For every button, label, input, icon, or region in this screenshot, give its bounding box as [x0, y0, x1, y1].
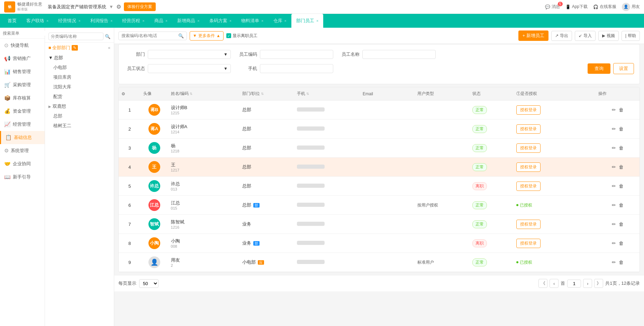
edit-button[interactable]: ✏ — [610, 240, 617, 247]
page-number-input[interactable] — [567, 280, 581, 288]
app-download-item[interactable]: 📱 App下载 — [565, 4, 588, 10]
close-icon[interactable]: × — [78, 19, 80, 23]
show-resigned-toggle[interactable]: ✓ 显示离职员工 — [226, 33, 257, 39]
phone-input[interactable] — [260, 64, 333, 73]
trial-button[interactable]: 体验行业方案 — [124, 2, 156, 11]
edit-button[interactable]: ✏ — [610, 221, 617, 228]
last-page-button[interactable]: 》 — [594, 279, 603, 288]
sidebar-item-management[interactable]: 📈 经营管理 — [0, 118, 45, 131]
close-icon[interactable]: × — [165, 19, 167, 23]
more-filter-button[interactable]: ▼ 更多条件 ▲ — [190, 31, 224, 41]
th-settings[interactable]: ⚙ — [119, 87, 140, 100]
close-icon[interactable]: × — [197, 19, 199, 23]
row-auth[interactable]: 授权登录 — [514, 158, 596, 177]
sidebar-item-purchase[interactable]: 🛒 采购管理 — [0, 78, 45, 91]
row-auth[interactable]: 授权登录 — [514, 120, 596, 139]
tab-add-goods[interactable]: 新增商品 × — [172, 14, 204, 28]
row-auth[interactable]: 授权登录 — [514, 234, 596, 253]
tree-node-ph[interactable]: 配货 — [45, 92, 114, 102]
close-icon[interactable]: × — [142, 19, 144, 23]
delete-button[interactable]: 🗑 — [617, 183, 625, 190]
delete-button[interactable]: 🗑 — [617, 202, 625, 209]
auth-login-button[interactable]: 授权登录 — [516, 220, 541, 229]
sidebar-item-quick-nav[interactable]: ⊙ 快捷导航 — [0, 39, 45, 52]
sidebar-search-box[interactable]: 🔍 — [0, 28, 45, 39]
set-button[interactable]: 设置 — [613, 63, 634, 74]
tab-warehouse[interactable]: 仓库 × — [269, 14, 291, 28]
tab-bom[interactable]: 物料清单 × — [236, 14, 268, 28]
sidebar-item-inventory[interactable]: 📦 库存核算 — [0, 91, 45, 105]
tree-search-box[interactable]: 🔍 — [45, 30, 114, 43]
auth-login-button[interactable]: 授权登录 — [516, 162, 541, 172]
sidebar-item-guide[interactable]: 📖 新手引导 — [0, 170, 45, 184]
tab-customer[interactable]: 客户联络 × — [21, 14, 53, 28]
close-icon[interactable]: × — [46, 19, 48, 23]
edit-button[interactable]: ✏ — [610, 183, 617, 190]
delete-button[interactable]: 🗑 — [617, 164, 625, 170]
message-item[interactable]: 💬 消息 5 — [545, 4, 560, 10]
row-auth[interactable]: 授权登录 — [514, 215, 596, 234]
sidebar-item-marketing[interactable]: 📢 营销推广 — [0, 52, 45, 65]
close-icon[interactable]: × — [316, 19, 318, 23]
auth-login-button[interactable]: 授权登录 — [516, 143, 541, 153]
emp-code-input[interactable] — [260, 50, 333, 59]
add-employee-button[interactable]: + 新增员工 — [518, 30, 548, 41]
dropdown-icon[interactable]: ▼ — [109, 4, 114, 9]
close-icon[interactable]: × — [110, 19, 112, 23]
online-service-item[interactable]: 🎧 在线客服 — [593, 4, 616, 10]
tree-collapse-icon[interactable]: « — [108, 45, 110, 50]
first-page-button[interactable]: 《 — [538, 279, 547, 288]
search-input[interactable] — [121, 33, 177, 38]
help-button[interactable]: | 帮助 — [622, 31, 640, 41]
auth-login-button[interactable]: 授权登录 — [516, 182, 541, 191]
settings-cog-icon[interactable]: ⚙ — [121, 91, 125, 96]
close-icon[interactable]: × — [229, 19, 232, 23]
tab-barcode[interactable]: 条码方案 × — [205, 14, 236, 28]
tab-goods[interactable]: 商品 × — [149, 14, 172, 28]
search-submit-icon[interactable]: 🔍 — [178, 33, 184, 38]
tab-operation[interactable]: 经营情况 × — [53, 14, 85, 28]
row-auth[interactable]: 授权登录 — [514, 177, 596, 196]
row-auth[interactable]: 授权登录 — [514, 139, 596, 158]
th-name[interactable]: 姓名/编码 ⇅ — [168, 87, 239, 100]
delete-button[interactable]: 🗑 — [617, 125, 625, 132]
tree-search-input[interactable] — [48, 33, 103, 40]
sidebar-item-finance[interactable]: 💰 资金管理 — [0, 105, 45, 118]
sidebar-item-sales[interactable]: 📊 销售管理 — [0, 65, 45, 78]
tree-edit-icon[interactable]: ✎ — [72, 45, 78, 51]
close-icon[interactable]: × — [261, 19, 263, 23]
auth-login-button[interactable]: 授权登录 — [516, 105, 541, 115]
edit-button[interactable]: ✏ — [610, 125, 617, 132]
edit-button[interactable]: ✏ — [610, 164, 617, 170]
tree-node-sy[interactable]: 沈阳大库 — [45, 82, 114, 92]
close-icon[interactable]: × — [284, 19, 287, 23]
tab-profit[interactable]: 利润报告 × — [85, 14, 117, 28]
user-item[interactable]: 👤 用友 — [622, 3, 640, 11]
show-resigned-checkbox[interactable]: ✓ — [226, 33, 231, 38]
tree-node-zb[interactable]: 总部 — [45, 111, 114, 121]
next-page-button[interactable]: › — [583, 279, 592, 288]
row-auth[interactable]: 授权登录 — [514, 100, 596, 120]
delete-button[interactable]: 🗑 — [617, 259, 625, 266]
tab-home[interactable]: 首页 — [3, 14, 21, 28]
delete-button[interactable]: 🗑 — [617, 106, 625, 113]
th-dept[interactable]: 部门/职位 ⇅ — [239, 87, 294, 100]
dept-select[interactable]: ▼ — [148, 50, 231, 59]
emp-status-select[interactable]: ▼ — [148, 64, 231, 73]
search-box[interactable]: 🔍 — [118, 32, 187, 40]
query-button[interactable]: 查询 — [588, 63, 610, 74]
tree-node-head-dept[interactable]: ▼ 总部 — [45, 53, 114, 63]
delete-button[interactable]: 🗑 — [617, 144, 625, 151]
emp-name-input[interactable] — [362, 50, 436, 59]
tree-search-icon[interactable]: 🔍 — [105, 34, 110, 39]
sidebar-item-basic-info[interactable]: 📋 基础信息 — [0, 131, 45, 144]
tree-node-dl[interactable]: ▶ 双鹿想 — [45, 102, 114, 111]
edit-button[interactable]: ✏ — [610, 144, 617, 151]
sidebar-item-collab[interactable]: 🤝 企业协同 — [0, 157, 45, 170]
sidebar-item-system[interactable]: ⚙ 系统管理 — [0, 144, 45, 157]
tree-header[interactable]: ■ 全部部门 ✎ « — [45, 43, 114, 53]
auth-login-button[interactable]: 授权登录 — [516, 124, 541, 134]
tab-process[interactable]: 经营历程 × — [117, 14, 149, 28]
view-button[interactable]: ▶ 视频 — [598, 31, 619, 41]
settings-icon[interactable]: ⚙ — [116, 3, 121, 10]
